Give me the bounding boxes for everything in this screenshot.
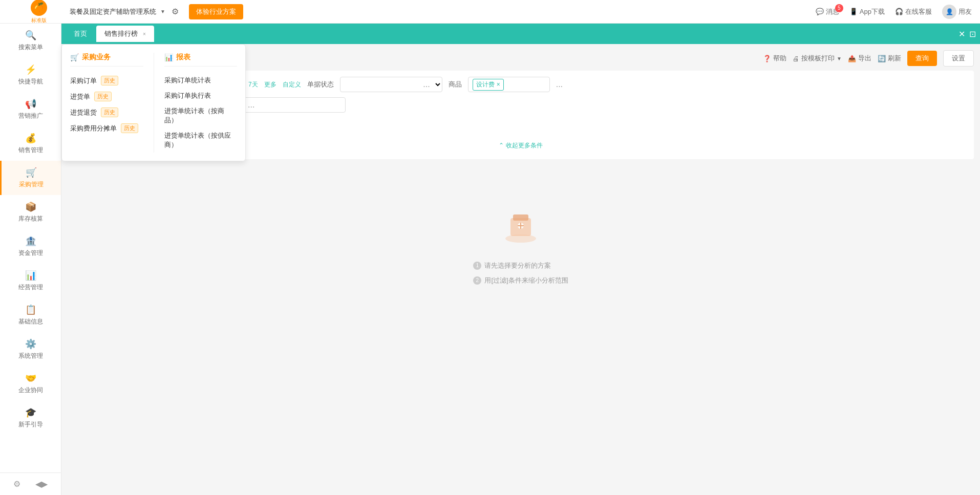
purchase-icon: 🛒	[26, 167, 37, 178]
help-button[interactable]: ❓ 帮助	[763, 54, 786, 63]
user-menu[interactable]: 👤 用友	[942, 5, 972, 19]
tab-actions: ✕ ⊡	[958, 29, 976, 39]
sidebar-item-purchase[interactable]: 🛒 采购管理	[0, 161, 61, 195]
cooperation-icon: 🤝	[25, 373, 36, 384]
query-button[interactable]: 查询	[907, 51, 937, 66]
basicinfo-icon: 📋	[25, 304, 36, 315]
purchase-section-title: 🛒 采购业务	[70, 53, 143, 67]
menu-item-inbound[interactable]: 进货单 历史	[70, 89, 143, 104]
print-icon: 🖨	[793, 55, 799, 62]
export-icon: 📤	[848, 55, 856, 62]
system-icon: ⚙️	[25, 338, 36, 350]
goods-dots[interactable]: ...	[556, 80, 563, 89]
menu-item-return[interactable]: 进货退货 历史	[70, 104, 143, 120]
close-window-icon[interactable]: ✕	[958, 29, 965, 39]
top-bar: 🍊 标准版 装餐及固定资产辅助管理系统 ▼ ⚙ 体验行业方案 💬 消息 5 📱 …	[0, 0, 980, 24]
history-tag-0[interactable]: 历史	[101, 76, 118, 85]
guide-icon: 🎓	[25, 407, 36, 418]
sidebar-item-quick-nav[interactable]: ⚡ 快捷导航	[0, 58, 61, 92]
menu-item-purchase-order-stats[interactable]: 采购订单统计表	[164, 73, 238, 88]
sidebar-item-cooperation[interactable]: 🤝 企业协同	[0, 367, 61, 401]
purchase-section-icon: 🛒	[70, 53, 79, 61]
logo-area: 🍊 标准版	[8, 0, 70, 24]
print-button[interactable]: 🖨 按模板打印 ▼	[793, 54, 842, 63]
system-dropdown-arrow[interactable]: ▼	[160, 9, 165, 14]
logo-icon: 🍊	[31, 0, 47, 16]
sidebar-item-inventory[interactable]: 📦 库存核算	[0, 195, 61, 229]
report-section-title: 📊 报表	[164, 53, 238, 67]
industry-button[interactable]: 体验行业方案	[189, 4, 243, 19]
collapse-sidebar-icon[interactable]: ◀▶	[35, 479, 48, 489]
marketing-icon: 📢	[25, 98, 36, 110]
settings-bottom-icon[interactable]: ⚙	[13, 479, 20, 489]
refresh-icon: 🔄	[878, 55, 886, 62]
goods-tag: 设计费 ×	[473, 79, 504, 91]
restore-window-icon[interactable]: ⊡	[969, 29, 976, 39]
system-title: 装餐及固定资产辅助管理系统 ▼ ⚙ 体验行业方案	[70, 4, 816, 19]
inventory-icon: 📦	[25, 201, 36, 212]
operations-icon: 📊	[25, 270, 36, 281]
tab-sales-ranking[interactable]: 销售排行榜 ×	[96, 26, 154, 42]
sidebar-item-operations[interactable]: 📊 经营管理	[0, 264, 61, 298]
goods-tag-remove[interactable]: ×	[497, 81, 500, 88]
print-dropdown-arrow[interactable]: ▼	[837, 56, 842, 61]
goods-label: 商品	[449, 80, 462, 89]
online-service-button[interactable]: 🎧 在线客服	[895, 7, 932, 16]
sidebar-item-capital[interactable]: 🏦 资金管理	[0, 229, 61, 264]
salesman-dots[interactable]: ...	[248, 100, 254, 110]
purchase-business-section: 🛒 采购业务 采购订单 历史 进货单 历史 进货退货 历史 采购费用分摊单 历史	[70, 53, 143, 153]
date-custom-btn[interactable]: 自定义	[283, 80, 301, 89]
svg-rect-2	[513, 214, 528, 221]
sidebar: 🔍 搜索菜单 ⚡ 快捷导航 📢 营销推广 💰 销售管理 🛒 采购管理 📦 库存核…	[0, 24, 61, 495]
sidebar-item-basic-info[interactable]: 📋 基础信息	[0, 298, 61, 332]
capital-icon: 🏦	[25, 235, 36, 247]
history-tag-2[interactable]: 历史	[101, 107, 118, 117]
bill-status-label: 单据状态	[307, 80, 334, 89]
report-section-icon: 📊	[164, 53, 173, 61]
settings-icon[interactable]: ⚙	[172, 7, 179, 16]
salesman-input[interactable]: ...	[243, 97, 346, 113]
menu-item-purchase-order-exec[interactable]: 采购订单执行表	[164, 88, 238, 103]
sidebar-item-system[interactable]: ⚙️ 系统管理	[0, 332, 61, 367]
goods-input-wrap: 设计费 ×	[468, 77, 550, 92]
top-right: 💬 消息 5 📱 App下载 🎧 在线客服 👤 用友	[816, 5, 972, 19]
sidebar-item-sales[interactable]: 💰 销售管理	[0, 126, 61, 161]
system-name: 装餐及固定资产辅助管理系统	[70, 7, 156, 16]
tab-close-icon[interactable]: ×	[143, 31, 146, 37]
history-tag-3[interactable]: 历史	[121, 123, 138, 133]
export-button[interactable]: 📤 导出	[848, 54, 871, 63]
empty-state: 1 请先选择要分析的方案 2 用[过滤]条件来缩小分析范围	[68, 159, 974, 328]
bill-status-dots[interactable]: ...	[423, 80, 430, 89]
date-more-btn[interactable]: 更多	[264, 80, 276, 89]
search-icon: 🔍	[25, 30, 36, 41]
app-download-button[interactable]: 📱 App下载	[849, 7, 885, 16]
settings-panel-button[interactable]: 设置	[943, 50, 974, 67]
empty-illustration	[495, 200, 546, 251]
help-icon: ❓	[763, 55, 771, 62]
sidebar-item-search[interactable]: 🔍 搜索菜单	[0, 24, 61, 58]
sidebar-item-marketing[interactable]: 📢 营销推广	[0, 92, 61, 126]
purchase-dropdown-menu: 🛒 采购业务 采购订单 历史 进货单 历史 进货退货 历史 采购费用分摊单 历史…	[61, 44, 246, 161]
tab-bar: 首页 销售排行榜 × ✕ ⊡	[61, 24, 980, 44]
menu-item-expense[interactable]: 采购费用分摊单 历史	[70, 120, 143, 136]
phone-icon: 📱	[849, 8, 858, 15]
menu-item-inbound-stats-goods[interactable]: 进货单统计表（按商品）	[164, 103, 238, 128]
quicknav-icon: ⚡	[25, 64, 36, 75]
logo-text: 标准版	[31, 17, 47, 24]
message-badge: 5	[835, 4, 843, 12]
menu-item-inbound-stats-supplier[interactable]: 进货单统计表（按供应商）	[164, 128, 238, 153]
messages-button[interactable]: 💬 消息 5	[816, 7, 839, 16]
menu-item-purchase-order[interactable]: 采购订单 历史	[70, 73, 143, 89]
refresh-button[interactable]: 🔄 刷新	[878, 54, 901, 63]
tab-home[interactable]: 首页	[66, 26, 95, 42]
sidebar-bottom: ⚙ ◀▶	[0, 472, 61, 495]
empty-text: 1 请先选择要分析的方案 2 用[过滤]条件来缩小分析范围	[473, 260, 568, 287]
headset-icon: 🎧	[895, 8, 903, 15]
sidebar-item-guide[interactable]: 🎓 新手引导	[0, 401, 61, 435]
date-7days-btn[interactable]: 7天	[248, 80, 258, 89]
sales-icon: 💰	[25, 133, 36, 144]
bill-status-select-wrap: ...	[340, 77, 442, 92]
report-section: 📊 报表 采购订单统计表 采购订单执行表 进货单统计表（按商品） 进货单统计表（…	[164, 53, 238, 153]
history-tag-1[interactable]: 历史	[94, 92, 112, 101]
message-icon: 💬	[816, 8, 824, 15]
